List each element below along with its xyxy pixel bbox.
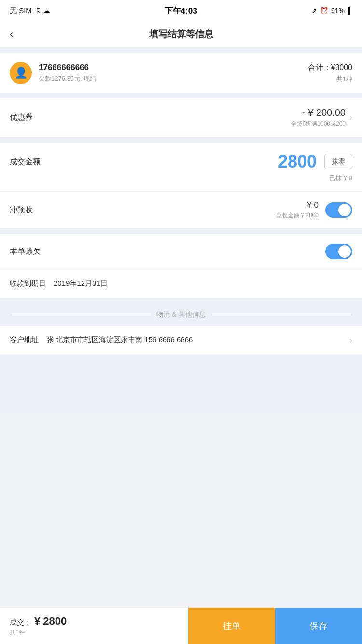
avatar-icon: 👤 [14,67,28,79]
user-phone: 17666666666 [39,63,96,72]
status-right: ⇗ ⏰ 91% ▌ [311,7,352,14]
divider-line-left [10,315,151,315]
debt-section: 本单赊欠 [0,234,362,269]
save-button[interactable]: 保存 [275,608,362,644]
status-bar: 无 SIM 卡 ☁ 下午4:03 ⇗ ⏰ 91% ▌ [0,0,362,21]
sim-status: 无 SIM 卡 ☁ [10,6,50,15]
order-count: 共1种 [308,75,353,84]
bottom-count: 共1种 [10,629,179,637]
deal-label: 成交金额 [10,157,41,167]
charge-right: ¥ 0 应收金额 ¥ 2800 [276,200,352,220]
bottom-bar: 成交： ¥ 2800 共1种 挂单 保存 [0,607,362,644]
coupon-label: 优惠券 [10,112,33,123]
bottom-deal-line: 成交： ¥ 2800 [10,615,179,628]
bottom-deal-label: 成交： [10,618,31,627]
logistics-label: 物流 & 其他信息 [156,310,205,319]
charge-amount: ¥ 0 [276,200,319,210]
battery-level: 91% [331,7,345,14]
empty-space [0,354,362,412]
deal-sub-text: 已抹 ¥ 0 [10,174,352,182]
status-left: 无 SIM 卡 ☁ [10,6,50,15]
order-total: 合计：¥3000 [308,63,353,73]
address-section[interactable]: 客户地址 张 北京市市辖区海淀区永丰南 156 6666 6666 › [0,326,362,354]
section-gap-5 [0,298,362,304]
user-left: 👤 17666666666 欠款1276.35元, 现结 [10,62,96,84]
section-gap-1 [0,47,362,53]
avatar: 👤 [10,62,32,84]
deal-amount: 2800 [278,152,317,172]
user-sub-text: 欠款1276.35元, 现结 [39,74,96,83]
user-info-section: 👤 17666666666 欠款1276.35元, 现结 合计：¥3000 共1… [0,53,362,93]
coupon-sub: 全场6折满1000减200 [291,120,346,128]
back-button[interactable]: ‹ [10,28,13,41]
location-icon: ⇗ [311,7,317,14]
hang-button[interactable]: 挂单 [188,608,275,644]
duedate-section: 收款到期日 2019年12月31日 [0,269,362,298]
page-title: 填写结算等信息 [149,28,213,41]
charge-section: 冲预收 ¥ 0 应收金额 ¥ 2800 [0,191,362,228]
coupon-amount: - ¥ 200.00 [291,107,346,118]
deal-right: 2800 抹零 [278,152,352,172]
debt-toggle-knob [338,245,351,258]
user-details: 17666666666 欠款1276.35元, 现结 [39,63,96,83]
toggle-knob [338,204,351,216]
logistics-divider: 物流 & 其他信息 [0,304,362,326]
coupon-value-block: - ¥ 200.00 全场6折满1000减200 [291,107,346,128]
bottom-deal-amount: ¥ 2800 [34,615,67,628]
bottom-info: 成交： ¥ 2800 共1种 [0,608,188,644]
chevron-right-icon: › [349,112,352,123]
divider-line-right [211,315,352,315]
section-gap-4 [0,228,362,234]
deal-row: 成交金额 2800 抹零 [10,152,352,172]
status-time: 下午4:03 [165,5,197,16]
duedate-value: 2019年12月31日 [54,279,108,288]
user-right: 合计：¥3000 共1种 [308,63,353,84]
alarm-icon: ⏰ [320,7,328,14]
nav-bar: ‹ 填写结算等信息 [0,21,362,47]
debt-label: 本单赊欠 [10,247,41,257]
address-chevron-icon: › [349,335,352,346]
charge-label: 冲预收 [10,205,33,215]
user-info-row: 👤 17666666666 欠款1276.35元, 现结 合计：¥3000 共1… [10,62,352,84]
deal-section: 成交金额 2800 抹零 已抹 ¥ 0 [0,143,362,191]
duedate-label: 收款到期日 [10,279,46,288]
charge-sub: 应收金额 ¥ 2800 [276,211,319,220]
round-button[interactable]: 抹零 [324,154,352,169]
charge-toggle[interactable] [325,202,352,218]
section-gap-2 [0,93,362,98]
coupon-row[interactable]: 优惠券 - ¥ 200.00 全场6折满1000减200 › [0,98,362,137]
section-gap-3 [0,137,362,143]
battery-icon: ▌ [348,7,352,14]
address-value: 张 北京市市辖区海淀区永丰南 156 6666 6666 [46,335,346,346]
charge-amount-block: ¥ 0 应收金额 ¥ 2800 [276,200,319,220]
address-label: 客户地址 [10,335,39,345]
coupon-right: - ¥ 200.00 全场6折满1000减200 › [291,107,352,128]
debt-toggle[interactable] [325,244,352,259]
charge-row: 冲预收 ¥ 0 应收金额 ¥ 2800 [10,200,352,220]
